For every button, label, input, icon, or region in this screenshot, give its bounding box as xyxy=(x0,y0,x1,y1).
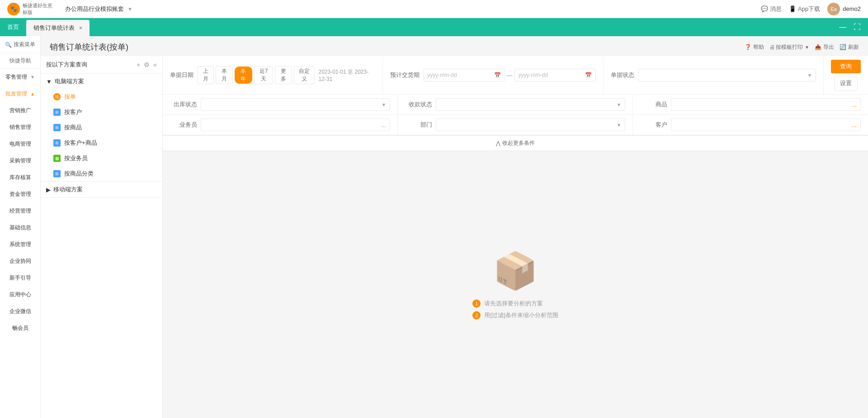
receipt-status-arrow: ▼ xyxy=(617,102,621,107)
top-title-arrow-icon[interactable]: ▼ xyxy=(127,6,132,12)
message-button[interactable]: 💬 消息 xyxy=(761,5,782,13)
filter-date-area: 单据日期 上月 本月 本年 近7天 更多 自定义 2023-01-01 至 20… xyxy=(163,56,383,94)
main-wrapper: 销售订单统计表(按单) ❓ 帮助 🖨 按模板打印 ▼ 📤 导出 🔄 刷新 xyxy=(41,36,868,418)
ship-status-select[interactable]: ▼ xyxy=(201,98,390,111)
scheme-item-by-customer-product[interactable]: ⊞ 按客户+商品 xyxy=(41,135,162,151)
salesman-input[interactable]: ... xyxy=(201,119,390,131)
customer-input[interactable]: ... xyxy=(671,119,861,131)
sidebar-search-button[interactable]: 🔍 搜索菜单 xyxy=(0,36,40,53)
tab-expand-button[interactable]: ⛶ xyxy=(852,22,863,33)
filter-customer: 客户 ... xyxy=(633,115,868,135)
sidebar-item-system[interactable]: 系统管理 xyxy=(0,236,40,253)
filter-expected-date-label: 预计交货期 xyxy=(390,71,420,79)
refresh-button[interactable]: 🔄 刷新 xyxy=(840,43,859,51)
scheme-item-by-category[interactable]: ⊞ 按商品分类 xyxy=(41,166,162,181)
tab-home[interactable]: 首页 xyxy=(0,18,26,36)
scheme-section-pc-title[interactable]: ▼ 电脑端方案 xyxy=(41,74,162,89)
message-icon: 💬 xyxy=(761,5,768,12)
tab-active[interactable]: 销售订单统计表 × xyxy=(26,20,90,36)
sidebar-item-wholesale[interactable]: 批发管理 ▲ xyxy=(0,86,40,102)
receipt-status-select[interactable]: ▼ xyxy=(436,98,625,111)
dept-select-arrow: ▼ xyxy=(617,123,621,128)
filter-goods: 商品 ... xyxy=(633,95,868,114)
sidebar-item-member[interactable]: 畅会员 xyxy=(0,320,40,337)
sidebar-item-purchase[interactable]: 采购管理 xyxy=(0,152,40,169)
sidebar-item-app-center[interactable]: 应用中心 xyxy=(0,286,40,303)
scheme-section-mobile-title[interactable]: ▶ 移动端方案 xyxy=(41,182,162,197)
logo-icon: 🐾 xyxy=(7,3,20,15)
scheme-collapse-button[interactable]: « xyxy=(153,61,157,68)
goods-input[interactable]: ... xyxy=(671,98,861,111)
scheme-item-by-salesman[interactable]: ▦ 按业务员 xyxy=(41,151,162,166)
scheme-settings-button[interactable]: ⚙ xyxy=(144,61,150,68)
page-header: 销售订单统计表(按单) ❓ 帮助 🖨 按模板打印 ▼ 📤 导出 🔄 刷新 xyxy=(41,36,868,56)
scheme-item-icon-customer: ⊞ xyxy=(53,109,61,116)
tab-bar-right: — ⛶ xyxy=(832,18,868,36)
filter-dept: 部门 ▼ xyxy=(398,115,633,135)
sidebar-item-inventory[interactable]: 库存核算 xyxy=(0,169,40,186)
export-button[interactable]: 📤 导出 xyxy=(815,43,834,51)
scheme-item-by-product[interactable]: ⊞ 按商品 xyxy=(41,120,162,135)
customer-more-icon: ... xyxy=(851,121,857,128)
date-btn-this-month[interactable]: 本月 xyxy=(216,66,232,84)
scheme-header: 按以下方案查询 + ⚙ « xyxy=(41,56,162,74)
scheme-header-actions: + ⚙ « xyxy=(137,61,157,68)
tab-close-icon[interactable]: × xyxy=(79,25,82,31)
date-btn-last-month[interactable]: 上月 xyxy=(197,66,214,84)
status-select-arrow: ▼ xyxy=(807,73,812,78)
sidebar: 🔍 搜索菜单 快捷导航 零售管理 ▼ 批发管理 ▲ 营销推广 销售管理 电商管理… xyxy=(0,36,41,418)
scheme-section-pc-label: 电脑端方案 xyxy=(55,77,84,86)
filter-receipt-status: 收款状态 ▼ xyxy=(398,95,633,114)
refresh-icon: 🔄 xyxy=(840,44,846,50)
app-download-button[interactable]: 📱 App下载 xyxy=(789,5,820,13)
scheme-item-by-order[interactable]: 按 按单 xyxy=(41,89,162,104)
expected-date-end[interactable]: yyyy-mm-dd 📅 xyxy=(514,69,596,81)
top-title: 办公用品行业模拟账套 xyxy=(65,5,124,13)
page-actions: ❓ 帮助 🖨 按模板打印 ▼ 📤 导出 🔄 刷新 xyxy=(745,43,859,51)
filter-row-2: 出库状态 ▼ 收款状态 ▼ xyxy=(163,95,868,115)
sidebar-item-ecommerce[interactable]: 电商管理 xyxy=(0,136,40,152)
filter-dept-label: 部门 xyxy=(405,121,432,129)
empty-hints: 1 请先选择要分析的方案 2 用[过滤]条件来缩小分析范围 xyxy=(472,299,558,319)
help-button[interactable]: ❓ 帮助 xyxy=(745,43,764,51)
scheme-item-by-customer[interactable]: ⊞ 按客户 xyxy=(41,104,162,120)
date-btn-7days[interactable]: 近7天 xyxy=(254,66,274,84)
scheme-item-icon-product: ⊞ xyxy=(53,124,61,131)
scheme-add-button[interactable]: + xyxy=(137,61,140,68)
sidebar-item-finance[interactable]: 资金管理 xyxy=(0,186,40,203)
filter-ship-status-label: 出库状态 xyxy=(170,100,197,109)
filter-salesman: 业务员 ... xyxy=(163,115,398,135)
dept-select[interactable]: ▼ xyxy=(436,119,625,131)
scheme-panel: 按以下方案查询 + ⚙ « ▼ 电脑端方案 按 xyxy=(41,56,163,418)
logo-text: 畅捷通好生意 标版 xyxy=(23,2,52,15)
settings-button[interactable]: 设置 xyxy=(834,76,858,90)
sidebar-item-marketing[interactable]: 营销推广 xyxy=(0,102,40,119)
empty-state: 📦 1 请先选择要分析的方案 2 用[过滤]条件来缩小分析范围 xyxy=(163,151,868,418)
expected-date-start[interactable]: yyyy-mm-dd 📅 xyxy=(423,69,505,81)
date-btn-more[interactable]: 更多 xyxy=(275,66,292,84)
sidebar-item-operations[interactable]: 经营管理 xyxy=(0,203,40,219)
filter-row-3: 业务员 ... 部门 ▼ xyxy=(163,115,868,135)
scheme-section-pc-arrow: ▼ xyxy=(46,78,52,85)
scheme-item-icon-category: ⊞ xyxy=(53,170,61,177)
date-btn-custom[interactable]: 自定义 xyxy=(294,66,315,84)
salesman-more-icon: ... xyxy=(381,121,386,128)
date-btn-this-year[interactable]: 本年 xyxy=(235,66,252,84)
print-button[interactable]: 🖨 按模板打印 ▼ xyxy=(769,43,809,51)
scheme-section-pc: ▼ 电脑端方案 按 按单 ⊞ 按客户 ⊞ xyxy=(41,74,162,182)
sidebar-item-guide[interactable]: 新手引导 xyxy=(0,270,40,286)
user-area[interactable]: Ea demo2 xyxy=(827,3,861,15)
expected-date-inputs: yyyy-mm-dd 📅 — yyyy-mm-dd 📅 xyxy=(423,69,595,81)
sidebar-item-sales[interactable]: 销售管理 xyxy=(0,119,40,136)
sidebar-item-basic-info[interactable]: 基础信息 xyxy=(0,219,40,236)
user-name: demo2 xyxy=(843,5,861,12)
collapse-button[interactable]: ⋀ 收起更多条件 xyxy=(163,135,868,151)
sidebar-item-wechat[interactable]: 企业微信 xyxy=(0,303,40,320)
sidebar-item-enterprise[interactable]: 企业协同 xyxy=(0,253,40,270)
query-button[interactable]: 查询 xyxy=(831,60,861,73)
status-select[interactable]: ▼ xyxy=(638,69,816,81)
sidebar-item-retail[interactable]: 零售管理 ▼ xyxy=(0,69,40,86)
tab-minimize-button[interactable]: — xyxy=(837,22,848,33)
sidebar-quick-nav[interactable]: 快捷导航 xyxy=(0,53,40,69)
print-icon: 🖨 xyxy=(769,44,775,50)
